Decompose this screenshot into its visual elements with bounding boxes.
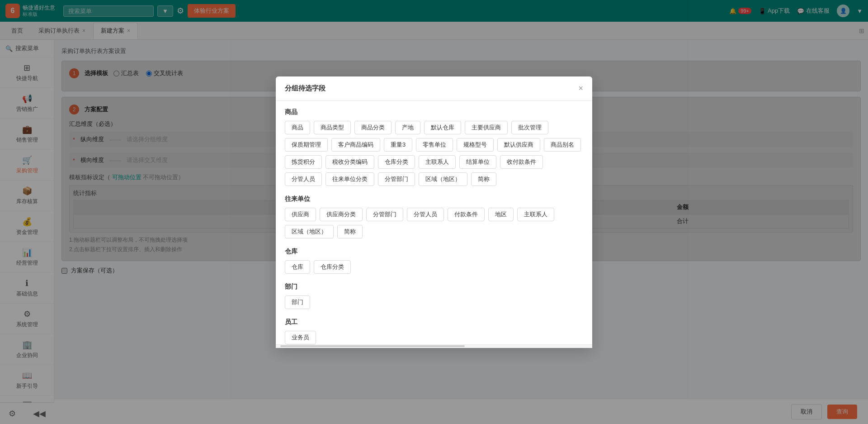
- field-tag[interactable]: 默认供应商: [497, 138, 540, 152]
- field-tag[interactable]: 保质期管理: [285, 138, 328, 152]
- field-tag[interactable]: 规格型号: [457, 138, 494, 152]
- field-tag[interactable]: 主要供应商: [465, 121, 508, 134]
- field-tag[interactable]: 主联系人: [419, 155, 456, 169]
- section-title-department: 部门: [285, 283, 583, 291]
- field-tag[interactable]: 仓库: [285, 260, 310, 274]
- field-tag[interactable]: 简称: [337, 225, 363, 238]
- section-title-warehouse: 仓库: [285, 248, 583, 256]
- field-tag[interactable]: 批次管理: [511, 121, 548, 134]
- field-tag[interactable]: 分管部门: [366, 208, 403, 221]
- field-tag[interactable]: 商品: [285, 121, 310, 134]
- section-title-counterpart: 往来单位: [285, 195, 583, 203]
- field-tags-warehouse: 仓库 仓库分类: [285, 260, 583, 274]
- field-tags-department: 部门: [285, 295, 583, 309]
- field-group-counterpart: 往来单位 供应商 供应商分类 分管部门 分管人员 付款条件 地区 主联系人 区域…: [285, 195, 583, 238]
- field-tag[interactable]: 供应商: [285, 208, 316, 221]
- field-tag[interactable]: 客户商品编码: [331, 138, 380, 152]
- field-tag[interactable]: 往来单位分类: [326, 172, 374, 186]
- field-tag[interactable]: 产地: [395, 121, 420, 134]
- field-tag[interactable]: 拣货积分: [285, 155, 322, 169]
- modal-overlay: 分组待选字段 × 商品 商品 商品类型 商品分类 产地 默认仓库 主要供应商 批…: [0, 0, 868, 424]
- modal: 分组待选字段 × 商品 商品 商品类型 商品分类 产地 默认仓库 主要供应商 批…: [276, 76, 592, 348]
- field-tag[interactable]: 区域（地区）: [419, 172, 467, 186]
- field-tag[interactable]: 主联系人: [517, 208, 554, 221]
- field-tag[interactable]: 业务员: [285, 331, 316, 344]
- field-tag[interactable]: 收付款条件: [500, 155, 543, 169]
- field-tag[interactable]: 付款条件: [448, 208, 485, 221]
- field-tag[interactable]: 分管人员: [407, 208, 444, 221]
- field-group-employee: 员工 业务员: [285, 318, 583, 344]
- field-group-department: 部门 部门: [285, 283, 583, 309]
- field-tags-employee: 业务员: [285, 331, 583, 344]
- field-tag[interactable]: 区域（地区）: [285, 225, 334, 238]
- field-tag[interactable]: 商品别名: [544, 138, 581, 152]
- field-tag[interactable]: 零售单位: [416, 138, 453, 152]
- field-tag[interactable]: 部门: [285, 295, 310, 309]
- field-tags-counterpart: 供应商 供应商分类 分管部门 分管人员 付款条件 地区 主联系人 区域（地区） …: [285, 208, 583, 238]
- modal-body[interactable]: 商品 商品 商品类型 商品分类 产地 默认仓库 主要供应商 批次管理 保质期管理…: [276, 101, 592, 344]
- field-group-warehouse: 仓库 仓库 仓库分类: [285, 248, 583, 274]
- field-tag[interactable]: 结算单位: [459, 155, 496, 169]
- hscroll-thumb: [280, 345, 465, 347]
- modal-header: 分组待选字段 ×: [276, 76, 592, 101]
- field-tag[interactable]: 商品分类: [354, 121, 392, 134]
- field-tag[interactable]: 简称: [471, 172, 496, 186]
- field-group-product: 商品 商品 商品类型 商品分类 产地 默认仓库 主要供应商 批次管理 保质期管理…: [285, 108, 583, 186]
- field-tag[interactable]: 仓库分类: [378, 155, 415, 169]
- field-tag[interactable]: 重量3: [384, 138, 412, 152]
- field-tag[interactable]: 分管部门: [378, 172, 415, 186]
- field-tag[interactable]: 供应商分类: [320, 208, 363, 221]
- field-tag[interactable]: 商品类型: [314, 121, 351, 134]
- field-tag[interactable]: 仓库分类: [314, 260, 351, 274]
- field-tag[interactable]: 税收分类编码: [326, 155, 374, 169]
- section-title-employee: 员工: [285, 318, 583, 326]
- field-tags-product: 商品 商品类型 商品分类 产地 默认仓库 主要供应商 批次管理 保质期管理 客户…: [285, 121, 583, 186]
- modal-close-btn[interactable]: ×: [578, 84, 583, 93]
- section-title-product: 商品: [285, 108, 583, 116]
- field-tag[interactable]: 默认仓库: [424, 121, 461, 134]
- field-tag[interactable]: 分管人员: [285, 172, 322, 186]
- field-tag[interactable]: 地区: [488, 208, 514, 221]
- modal-title: 分组待选字段: [285, 84, 326, 93]
- modal-hscroll[interactable]: [276, 344, 592, 348]
